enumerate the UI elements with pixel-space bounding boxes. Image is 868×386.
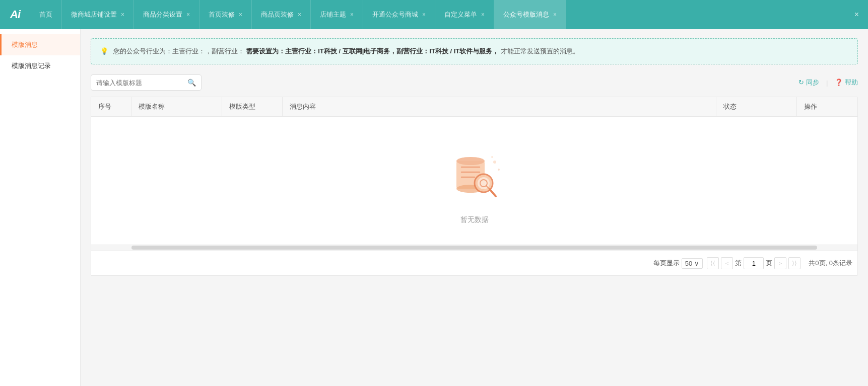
tab-bar: Ai 首页 微商城店铺设置 × 商品分类设置 × 首页装修 × 商品页装修 × …: [0, 0, 868, 29]
per-page-label: 每页显示: [653, 259, 680, 268]
svg-point-12: [493, 161, 496, 164]
sidebar-item-template-record-label: 模版消息记录: [12, 62, 51, 69]
table-container: 序号 模版名称 模版类型 消息内容 状态 操作: [91, 97, 858, 276]
per-page-select: 每页显示 50 ∨: [653, 258, 703, 269]
tab-home-decor-label: 首页装修: [209, 10, 235, 19]
tab-open-mall[interactable]: 开通公众号商城 ×: [363, 0, 435, 29]
sync-button[interactable]: ↻ 同步: [798, 78, 819, 87]
content-area: 💡 您的公众号行业为：主营行业：，副营行业： 需要设置为：主营行业：IT科技 /…: [81, 29, 868, 386]
tab-home-decor-close[interactable]: ×: [239, 12, 242, 18]
sync-icon: ↻: [798, 79, 804, 86]
scroll-track[interactable]: [131, 246, 817, 250]
th-index: 序号: [91, 97, 131, 116]
empty-text: 暂无数据: [460, 215, 489, 224]
empty-illustration: [444, 147, 505, 207]
svg-point-3: [456, 157, 485, 165]
empty-state: 暂无数据: [91, 117, 857, 245]
tab-wechat-shop-close[interactable]: ×: [121, 12, 124, 18]
search-input[interactable]: [96, 79, 187, 87]
tab-template-msg-close[interactable]: ×: [553, 12, 557, 18]
tab-home-label: 首页: [39, 10, 52, 19]
tab-category-label: 商品分类设置: [143, 10, 182, 19]
tab-home-decor[interactable]: 首页装修 ×: [199, 0, 252, 29]
tab-open-mall-label: 开通公众号商城: [372, 10, 418, 19]
toolbar-divider: |: [826, 79, 828, 87]
tab-template-msg[interactable]: 公众号模版消息 ×: [494, 0, 566, 29]
tab-wechat-shop[interactable]: 微商城店铺设置 ×: [62, 0, 134, 29]
tab-home[interactable]: 首页: [30, 0, 62, 29]
search-icon[interactable]: 🔍: [187, 79, 196, 87]
first-page-button[interactable]: ⟨⟨: [707, 257, 719, 269]
tab-custom-menu[interactable]: 自定义菜单 ×: [435, 0, 494, 29]
pagination-area: 每页显示 50 ∨ ⟨⟨ ＜ 第 页 ＞ ⟩⟩ 共0页, 0条记录: [91, 251, 857, 275]
help-icon: ❓: [835, 79, 843, 86]
th-status: 状态: [716, 97, 797, 116]
total-info: 共0页, 0条记录: [809, 259, 852, 268]
tab-wechat-shop-label: 微商城店铺设置: [71, 10, 117, 19]
svg-point-13: [498, 169, 500, 171]
notice-prefix: 您的公众号行业为：主营行业：，副营行业：: [113, 47, 244, 55]
help-button[interactable]: ❓ 帮助: [835, 78, 858, 87]
tab-shop-theme[interactable]: 店铺主题 ×: [311, 0, 363, 29]
toolbar-right: ↻ 同步 | ❓ 帮助: [798, 78, 858, 87]
per-page-dropdown[interactable]: 50 ∨: [682, 258, 703, 269]
tab-shop-theme-close[interactable]: ×: [350, 12, 354, 18]
notice-highlight: 需要设置为：主营行业：IT科技 / 互联网|电子商务，副营行业：IT科技 / I…: [246, 47, 499, 55]
search-box[interactable]: 🔍: [91, 74, 202, 91]
tab-category[interactable]: 商品分类设置 ×: [134, 0, 199, 29]
tab-product-decor-close[interactable]: ×: [298, 12, 301, 18]
tab-custom-menu-close[interactable]: ×: [481, 12, 485, 18]
th-type: 模版类型: [222, 97, 283, 116]
notice-suffix: 才能正常发送预置的消息。: [501, 47, 579, 55]
tab-product-decor-label: 商品页装修: [261, 10, 294, 19]
chevron-down-icon: ∨: [694, 260, 699, 267]
help-label: 帮助: [845, 79, 858, 86]
tab-template-msg-label: 公众号模版消息: [503, 10, 549, 19]
sidebar-item-template-msg-label: 模版消息: [12, 41, 38, 48]
sidebar: 模版消息 模版消息记录: [0, 29, 81, 386]
svg-point-14: [491, 156, 493, 158]
tab-shop-theme-label: 店铺主题: [320, 10, 346, 19]
notice-icon: 💡: [100, 47, 108, 55]
th-content: 消息内容: [283, 97, 716, 116]
next-page-button[interactable]: ＞: [774, 257, 786, 269]
sync-label: 同步: [806, 79, 819, 86]
page-label: 第: [735, 259, 742, 268]
notice-box: 💡 您的公众号行业为：主营行业：，副营行业： 需要设置为：主营行业：IT科技 /…: [91, 38, 858, 64]
table-header: 序号 模版名称 模版类型 消息内容 状态 操作: [91, 97, 857, 117]
svg-line-9: [490, 189, 496, 196]
toolbar: 🔍 ↻ 同步 | ❓ 帮助: [91, 74, 858, 91]
close-all-button[interactable]: ×: [845, 10, 868, 19]
app-logo: Ai: [0, 8, 30, 21]
tab-open-mall-close[interactable]: ×: [422, 12, 426, 18]
page-unit: 页: [766, 259, 772, 268]
th-action: 操作: [797, 97, 857, 116]
sidebar-item-template-record[interactable]: 模版消息记录: [0, 55, 80, 76]
page-input[interactable]: [744, 257, 764, 269]
tab-custom-menu-label: 自定义菜单: [444, 10, 477, 19]
per-page-value: 50: [685, 260, 692, 267]
th-name: 模版名称: [131, 97, 222, 116]
scrollbar-area[interactable]: [91, 245, 857, 251]
page-nav: ⟨⟨ ＜ 第 页 ＞ ⟩⟩: [707, 257, 800, 269]
tab-category-close[interactable]: ×: [186, 12, 190, 18]
last-page-button[interactable]: ⟩⟩: [788, 257, 800, 269]
prev-page-button[interactable]: ＜: [721, 257, 733, 269]
main-layout: 模版消息 模版消息记录 💡 您的公众号行业为：主营行业：，副营行业： 需要设置为…: [0, 29, 868, 386]
sidebar-item-template-msg[interactable]: 模版消息: [0, 34, 80, 55]
tab-product-decor[interactable]: 商品页装修 ×: [252, 0, 311, 29]
